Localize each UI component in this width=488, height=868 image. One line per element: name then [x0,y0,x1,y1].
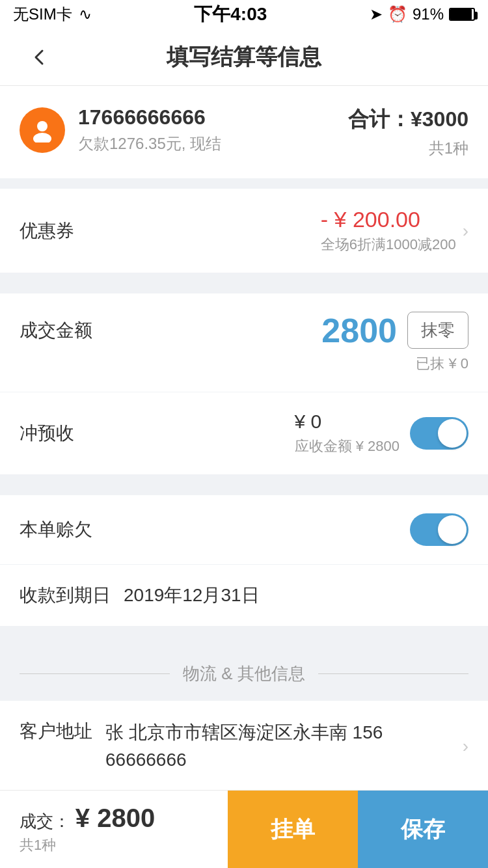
status-left: 无SIM卡 ∿ [13,4,92,25]
prereceive-sub: 应收金额 ¥ 2800 [295,437,400,456]
save-button[interactable]: 保存 [358,791,488,869]
coupon-label: 优惠券 [20,219,74,243]
due-date-section: 收款到期日 2019年12月31日 [0,564,488,626]
prereceive-row: 冲预收 ¥ 0 应收金额 ¥ 2800 [20,411,468,456]
logistics-divider: 物流 & 其他信息 [0,647,488,701]
status-bar: 无SIM卡 ∿ 下午4:03 ➤ ⏰ 91% [0,0,488,29]
deal-sub: 已抹 ¥ 0 [20,354,468,373]
bottom-amount: ¥ 2800 [75,804,155,832]
deal-section: 成交金额 2800 抹零 已抹 ¥ 0 [0,293,488,392]
wifi-icon: ∿ [79,5,92,23]
coupon-right: - ¥ 200.00 全场6折满1000减200 › [321,207,468,254]
divider-line-left [20,673,170,674]
svg-point-1 [33,133,51,142]
customer-right: 合计：¥3000 共1种 [348,105,468,159]
address-value: 张 北京市市辖区海淀区永丰南 156 66666666 [105,719,450,774]
prereceive-amount: ¥ 0 [295,411,400,433]
due-date-label: 收款到期日 [20,583,111,608]
customer-left: 17666666666 欠款1276.35元, 现结 [20,105,221,154]
coupon-desc: 全场6折满1000减200 [321,235,456,254]
arrear-toggle-knob [438,515,467,544]
customer-info: 17666666666 欠款1276.35元, 现结 [78,105,221,154]
customer-phone: 17666666666 [78,105,221,129]
status-right: ➤ ⏰ 91% [370,5,475,23]
prereceive-toggle[interactable] [410,417,468,450]
prereceive-info: ¥ 0 应收金额 ¥ 2800 [295,411,400,456]
section-divider-2 [0,474,488,485]
address-label: 客户地址 [20,719,92,744]
coupon-discount: - ¥ 200.00 [321,207,456,232]
back-button[interactable] [20,38,59,77]
customer-debt: 欠款1276.35元, 现结 [78,133,221,154]
page-title: 填写结算等信息 [59,42,429,72]
deal-row: 成交金额 2800 抹零 [20,312,468,349]
customer-card: 17666666666 欠款1276.35元, 现结 合计：¥3000 共1种 [0,86,488,178]
total-count: 共1种 [348,138,468,159]
hang-button[interactable]: 挂单 [228,791,358,869]
battery-percent: 91% [413,5,444,23]
toggle-knob [438,419,467,448]
bottom-count: 共1种 [20,835,208,855]
bottom-summary: 成交： ¥ 2800 共1种 [0,804,228,855]
logistics-label: 物流 & 其他信息 [183,662,305,685]
content-area: 17666666666 欠款1276.35元, 现结 合计：¥3000 共1种 … [0,86,488,868]
status-time: 下午4:03 [194,2,267,27]
round-button[interactable]: 抹零 [407,312,468,349]
due-date-value: 2019年12月31日 [124,583,260,608]
deal-amount: 2800 [321,314,397,347]
due-date-row: 收款到期日 2019年12月31日 [20,583,468,608]
arrear-section: 本单赊欠 [0,495,488,564]
battery-icon [449,8,475,21]
prereceive-section: 冲预收 ¥ 0 应收金额 ¥ 2800 [0,392,488,474]
nav-bar: 填写结算等信息 [0,29,488,86]
coupon-row[interactable]: 优惠券 - ¥ 200.00 全场6折满1000减200 › [0,189,488,273]
address-chevron-icon: › [463,736,468,757]
alarm-icon: ⏰ [388,5,407,23]
no-sim-text: 无SIM卡 [13,4,72,25]
divider-line-right [318,673,468,674]
arrear-toggle[interactable] [410,513,468,546]
bottom-deal-line: 成交： ¥ 2800 [20,804,208,833]
prereceive-right: ¥ 0 应收金额 ¥ 2800 [295,411,468,456]
section-divider-3 [0,626,488,636]
svg-point-0 [37,121,47,131]
bottom-deal-label: 成交： [20,811,70,831]
bottom-bar: 成交： ¥ 2800 共1种 挂单 保存 [0,790,488,868]
total-amount: 合计：¥3000 [348,105,468,134]
deal-label: 成交金额 [20,318,92,343]
section-divider-1 [0,283,488,293]
coupon-chevron-icon: › [463,221,468,241]
avatar [20,107,65,153]
prereceive-label: 冲预收 [20,421,74,446]
address-section[interactable]: 客户地址 张 北京市市辖区海淀区永丰南 156 66666666 › [0,701,488,792]
arrear-label: 本单赊欠 [20,517,92,542]
coupon-info: - ¥ 200.00 全场6折满1000减200 [321,207,456,254]
deal-right: 2800 抹零 [321,312,468,349]
location-icon: ➤ [370,5,383,23]
